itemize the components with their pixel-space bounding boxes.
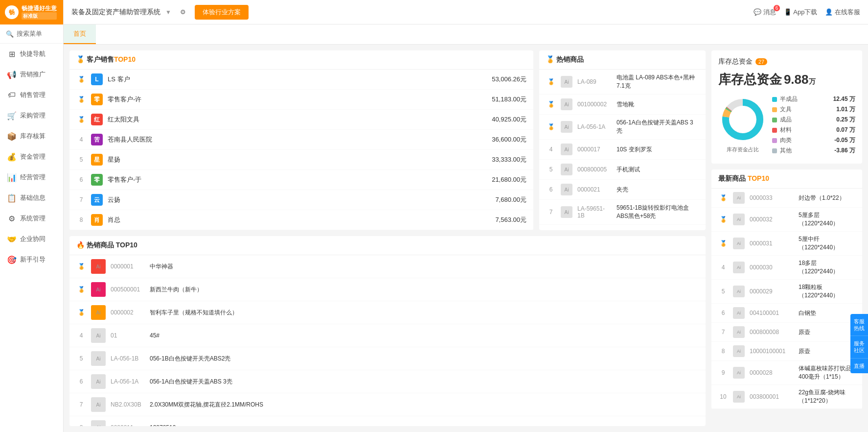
nav-icon-operations: 📊	[7, 173, 16, 182]
list-item: 6 Ai LA-056-1A 056-1A白色按键开关盖ABS 3壳	[69, 370, 706, 393]
avatar: 零	[91, 94, 103, 105]
product-name: 2.0X30MM双摆花轴,摆花直径2.1MM/ROHS	[150, 401, 699, 409]
tab-home[interactable]: 首页	[64, 24, 96, 44]
product-code: 0000029	[750, 288, 794, 295]
inventory-legend: 半成品 12.45 万 文具 1.01 万 成品 0.25 万 材料 0.07 …	[772, 95, 855, 157]
product-img: Ai	[561, 98, 572, 110]
nav-icon-inventory: 📦	[7, 132, 16, 141]
hot-products-title: 🔥 热销商品 TOP10	[76, 241, 137, 250]
list-item: 5 Ai 0000029 18颗粒板（1220*2440）	[711, 280, 862, 304]
legend-item: 成品 0.25 万	[772, 116, 855, 124]
message-button[interactable]: 💬 消息 6	[754, 8, 776, 17]
product-img: Ai	[561, 184, 572, 195]
rank-number: 5	[718, 288, 728, 295]
trial-button[interactable]: 体验行业方案	[195, 5, 249, 20]
product-code: 0000021	[577, 186, 612, 193]
product-name: 智利车子里（规格不知道填什么）	[150, 309, 699, 317]
customer-amount: 53,006.26元	[492, 75, 526, 84]
newest-products-card: 最新商品 TOP10 🏅 Ai 0000033 封边带（1.0*22） 🏅 Ai…	[711, 169, 862, 409]
product-img: Ai	[91, 420, 106, 426]
rank-number: 7	[546, 209, 556, 216]
float-button-客服热线[interactable]: 客服热线	[850, 314, 868, 336]
product-img: Ai	[733, 326, 745, 338]
product-name: 056-1B白色按键开关壳ABS2壳	[150, 355, 699, 363]
table-row: 🏅 零 零售客户-许 51,183.00元	[69, 90, 533, 110]
online-service[interactable]: 👤 在线客服	[825, 8, 860, 17]
newest-products-header: 最新商品 TOP10	[711, 169, 862, 189]
sidebar-item-sales[interactable]: 🏷销售管理	[0, 85, 63, 105]
legend-value: 0.25 万	[836, 116, 855, 124]
sidebar-item-system[interactable]: ⚙系统管理	[0, 208, 63, 229]
right-panel: 库存总资金 27 库存总资金 9.88万	[711, 45, 868, 432]
customer-name: 零售客户-于	[108, 175, 487, 184]
sidebar-item-inventory[interactable]: 📦库存核算	[0, 126, 63, 146]
sidebar-item-marketing[interactable]: 📢营销推广	[0, 64, 63, 85]
rank-number: 8	[76, 424, 86, 426]
product-img: Ai	[91, 305, 106, 320]
product-img: Ai	[733, 367, 745, 379]
product-img: Ai	[733, 345, 745, 357]
avatar: 零	[91, 174, 103, 186]
product-code: 003800001	[750, 393, 794, 400]
settings-icon[interactable]: ⚙	[176, 5, 190, 19]
product-name: 新西兰牛肉（新牛）	[150, 286, 699, 294]
customer-amount: 33,333.00元	[492, 155, 526, 164]
logo-badge: 标准版	[22, 12, 57, 20]
sidebar-item-operations[interactable]: 📊经营管理	[0, 167, 63, 188]
list-item: 4 Ai 01 45#	[69, 324, 706, 347]
sidebar-item-enterprise[interactable]: 🤝企业协同	[0, 229, 63, 249]
customer-amount: 36,600.00元	[492, 135, 526, 144]
table-row: 🏅 Ai LA-056-1A 056-1A白色按键开关盖ABS 3壳	[539, 115, 706, 140]
product-code: 0000033	[750, 194, 794, 201]
list-item: 7 Ai 000800008 原壶	[711, 323, 862, 342]
rank-number: 🏅	[76, 309, 86, 316]
sidebar-item-guide[interactable]: 🎯新手引导	[0, 249, 63, 270]
product-img: Ai	[733, 391, 745, 403]
product-name: 10S 变刹罗泵	[617, 145, 699, 154]
float-button-直播[interactable]: 直播	[850, 359, 868, 373]
product-code: 0000001	[111, 263, 145, 270]
legend-name: 材料	[780, 126, 836, 134]
hot-products-card: 🔥 热销商品 TOP10 🏅 Ai 0000001 中华神器 🏅 Ai 0005…	[69, 236, 706, 426]
sidebar-item-basic-info[interactable]: 📋基础信息	[0, 188, 63, 208]
avatar: 星	[91, 154, 103, 166]
rank-number: 🏅	[546, 78, 556, 85]
donut-row: 库存资金占比 半成品 12.45 万 文具 1.01 万 成品 0.25 万 材…	[718, 95, 855, 157]
product-code: 004100001	[750, 310, 794, 316]
rank-number: 4	[718, 264, 728, 271]
donut-chart	[718, 95, 767, 144]
float-button-服务社区[interactable]: 服务社区	[850, 336, 868, 359]
nav-label-marketing: 营销推广	[20, 70, 46, 79]
product-name: 056-1A白色按键开关盖ABS 3壳	[150, 378, 699, 386]
search-menu[interactable]: 🔍 搜索菜单	[0, 24, 63, 44]
nav-icon-sales: 🏷	[7, 91, 16, 99]
app-download[interactable]: 📱 App下载	[784, 8, 817, 17]
product-code: 001000002	[577, 101, 612, 108]
rank-number: 4	[76, 136, 86, 143]
legend-name: 半成品	[780, 95, 833, 103]
product-code: LA-056-1A	[111, 378, 145, 385]
nav-label-inventory: 库存核算	[20, 132, 46, 141]
product-name: 体碱嘉枚味苏打饮品400毫升（1*15）	[799, 364, 855, 381]
sidebar-item-quick-nav[interactable]: ⊞快捷导航	[0, 44, 63, 64]
product-img: Ai	[733, 192, 745, 204]
product-img: Ai	[91, 397, 106, 412]
sidebar-item-purchase[interactable]: 🛒采购管理	[0, 105, 63, 126]
list-item: 🏅 Ai 0000001 中华神器	[69, 255, 706, 278]
float-buttons: 客服热线服务社区直播	[850, 314, 868, 373]
list-item: 8 Ai 10000100001 原壶	[711, 342, 862, 361]
rank-number: 7	[718, 329, 728, 336]
product-name: 封边带（1.0*22）	[799, 194, 855, 202]
legend-color	[772, 138, 777, 143]
legend-value: 1.01 万	[836, 105, 855, 114]
list-item: 🏅 Ai 0000033 封边带（1.0*22）	[711, 189, 862, 208]
sidebar-item-finance[interactable]: 💰资金管理	[0, 146, 63, 167]
dropdown-arrow[interactable]: ▼	[165, 9, 171, 16]
nav-label-operations: 经营管理	[20, 173, 46, 182]
sidebar: 畅 畅捷通好生意 标准版 🔍 搜索菜单 ⊞快捷导航📢营销推广🏷销售管理🛒采购管理…	[0, 0, 64, 432]
product-name: 45#	[150, 332, 699, 339]
rank-number: 🏅	[76, 76, 86, 83]
rank-number: 🏅	[718, 216, 728, 223]
nav-label-system: 系统管理	[20, 214, 46, 223]
top-customers-card: 🏅 客户销售TOP10 🏅 L LS 客户 53,006.26元 🏅 零 零售客…	[69, 50, 533, 230]
